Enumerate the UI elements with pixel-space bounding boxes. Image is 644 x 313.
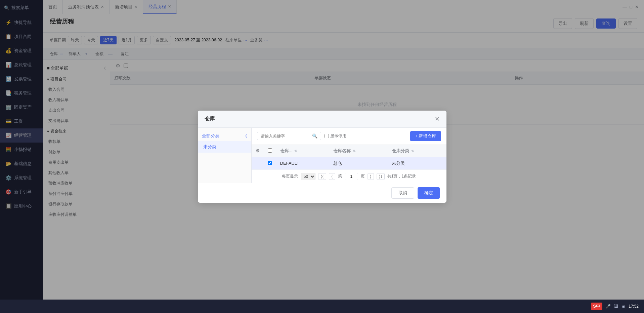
- th-checkbox[interactable]: [264, 145, 276, 157]
- modal-overlay: 仓库 ✕ 全部分类 《 未分类 🔍: [0, 0, 644, 313]
- warehouse-modal: 仓库 ✕ 全部分类 《 未分类 🔍: [198, 111, 446, 203]
- th-warehouse-name[interactable]: 仓库名称 ⇅: [329, 145, 388, 157]
- all-categories-label: 全部分类: [202, 133, 219, 139]
- taskbar-icon3: ▣: [621, 304, 625, 309]
- modal-left-panel: 全部分类 《 未分类: [198, 128, 252, 183]
- sort-code-icon[interactable]: ⇅: [294, 149, 297, 153]
- modal-left-header[interactable]: 全部分类 《: [198, 131, 251, 141]
- modal-page-suffix: 页: [361, 173, 365, 179]
- modal-search-input[interactable]: [261, 134, 310, 139]
- modal-table-header-row: ⚙ 仓库... ⇅ 仓库名称: [252, 145, 446, 157]
- modal-left-scroll: 未分类: [198, 141, 251, 180]
- modal-pagination: 每页显示 50 ⟨⟨ ⟨ 第 页 ⟩ ⟩⟩ 共1页，1条记录: [252, 170, 446, 183]
- modal-last-page[interactable]: ⟩⟩: [377, 173, 385, 180]
- row-code: DEFAULT: [276, 157, 330, 169]
- modal-search-box[interactable]: 🔍: [257, 132, 321, 140]
- modal-left-collapse[interactable]: 《: [243, 133, 247, 139]
- modal-prev-page[interactable]: ⟨: [329, 173, 335, 180]
- row-gear: [252, 157, 264, 169]
- add-warehouse-button[interactable]: + 新增仓库: [410, 131, 441, 141]
- modal-table: ⚙ 仓库... ⇅ 仓库名称: [252, 145, 446, 170]
- modal-table-wrap: ⚙ 仓库... ⇅ 仓库名称: [252, 145, 446, 170]
- sort-name-icon[interactable]: ⇅: [353, 149, 355, 153]
- row-select-checkbox[interactable]: [268, 161, 272, 165]
- modal-search-icon[interactable]: 🔍: [312, 133, 317, 139]
- modal-right-panel: 🔍 显示停用 + 新增仓库 ⚙: [252, 128, 446, 183]
- show-disabled-label: 显示停用: [330, 133, 346, 139]
- modal-select-all[interactable]: [268, 148, 272, 153]
- modal-first-page[interactable]: ⟨⟨: [318, 173, 326, 180]
- taskbar-icon1: 🎤: [606, 304, 611, 309]
- modal-toolbar: 🔍 显示停用 + 新增仓库: [252, 128, 446, 145]
- table-row[interactable]: DEFAULT 总仓 未分类: [252, 157, 446, 169]
- taskbar-icon2: 🖼: [614, 304, 618, 309]
- taskbar-time: 17:52: [629, 304, 639, 309]
- modal-page-label: 第: [338, 173, 342, 179]
- taskbar-right: S中 🎤 🖼 ▣ 17:52: [591, 303, 639, 310]
- modal-header: 仓库 ✕: [198, 111, 446, 128]
- th-warehouse-code[interactable]: 仓库... ⇅: [276, 145, 330, 157]
- th-warehouse-category[interactable]: 仓库分类 ⇅: [388, 145, 446, 157]
- modal-total-info: 共1页，1条记录: [387, 173, 416, 179]
- modal-cancel-button[interactable]: 取消: [391, 187, 414, 199]
- modal-footer: 取消 确定: [198, 183, 446, 203]
- th-gear[interactable]: ⚙: [252, 145, 264, 157]
- modal-next-page[interactable]: ⟩: [368, 173, 374, 180]
- taskbar-brand: S中: [591, 303, 602, 310]
- show-disabled-checkbox-label[interactable]: 显示停用: [325, 133, 346, 139]
- row-checkbox[interactable]: [264, 157, 276, 169]
- modal-left-item-uncategorized[interactable]: 未分类: [198, 141, 251, 153]
- row-name: 总仓: [329, 157, 388, 169]
- show-disabled-checkbox[interactable]: [325, 134, 329, 138]
- modal-body: 全部分类 《 未分类 🔍 显示停用: [198, 128, 446, 183]
- modal-page-input[interactable]: [345, 173, 358, 180]
- sort-category-icon[interactable]: ⇅: [411, 149, 414, 153]
- modal-per-page-select[interactable]: 50: [301, 173, 315, 180]
- taskbar: S中 🎤 🖼 ▣ 17:52: [0, 300, 644, 313]
- modal-close-button[interactable]: ✕: [435, 115, 440, 123]
- modal-title: 仓库: [205, 116, 215, 122]
- modal-confirm-button[interactable]: 确定: [418, 187, 440, 199]
- row-category: 未分类: [388, 157, 446, 169]
- modal-per-page-label: 每页显示: [282, 173, 298, 179]
- table-gear-icon[interactable]: ⚙: [256, 148, 260, 153]
